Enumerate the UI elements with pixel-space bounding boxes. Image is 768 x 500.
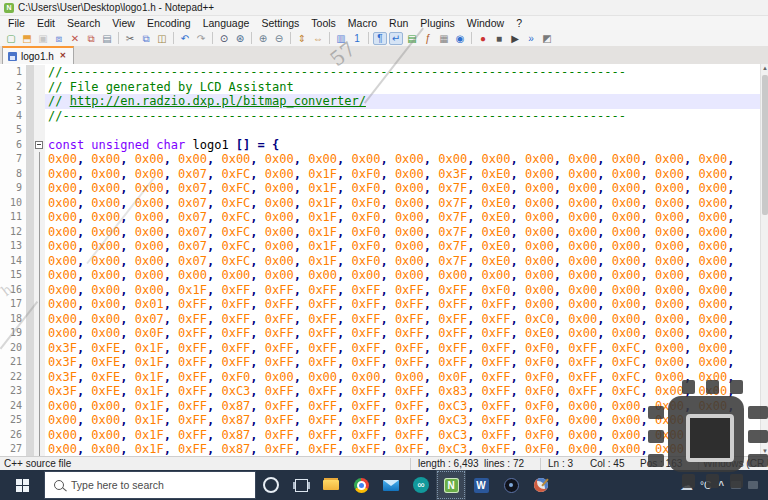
zoom-out-icon[interactable]: ⊖ [272,32,286,45]
code-line-5[interactable]: 5 [0,123,760,138]
task-view-taskbar-icon[interactable] [286,470,316,500]
code-line-6[interactable]: 6const unsigned char logo1 [] = { [0,138,760,153]
bookmark-margin[interactable] [26,196,34,211]
zoom-in-icon[interactable]: ⊕ [256,32,270,45]
sync-scroll-h-icon[interactable]: ⇔ [311,32,325,45]
code-line-17[interactable]: 170x00, 0x00, 0x01, 0xFF, 0xFF, 0xFF, 0x… [0,297,760,312]
bookmark-margin[interactable] [26,399,34,414]
bookmark-margin[interactable] [26,65,34,80]
code-line-22[interactable]: 220x3F, 0xFE, 0x1F, 0xFF, 0xF0, 0x00, 0x… [0,370,760,385]
bookmark-margin[interactable] [26,123,34,138]
menu-run[interactable]: Run [383,16,414,30]
bookmark-margin[interactable] [26,254,34,269]
menu-macro[interactable]: Macro [342,16,383,30]
scroll-down-icon[interactable]: ▼ [761,447,768,456]
code-line-23[interactable]: 230x3F, 0xFE, 0x1F, 0xFF, 0xC3, 0xFF, 0x… [0,384,760,399]
bookmark-margin[interactable] [26,428,34,443]
replace-icon[interactable]: ⊛ [233,32,247,45]
bookmark-margin[interactable] [26,225,34,240]
hidden-icons-chevron[interactable]: ^ [718,480,724,491]
code-line-15[interactable]: 150x00, 0x00, 0x00, 0x00, 0x00, 0x00, 0x… [0,268,760,283]
tab-close-icon[interactable]: ✕ [58,51,68,61]
undo-icon[interactable]: ↶ [178,32,192,45]
menu-file[interactable]: File [2,16,31,30]
word-wrap-icon[interactable]: ↵ [389,32,403,45]
bookmark-margin[interactable] [26,370,34,385]
tray-icon[interactable] [748,481,758,489]
chrome-taskbar-icon[interactable] [346,470,376,500]
bookmark-margin[interactable] [26,94,34,109]
code-line-27[interactable]: 270x00, 0x00, 0x1F, 0xFF, 0x87, 0xFF, 0x… [0,442,760,456]
word-taskbar-icon[interactable] [466,470,496,500]
close-all-icon[interactable]: ⧉ [84,32,98,45]
code-editor[interactable]: 1//-------------------------------------… [0,64,760,456]
doc-map-icon[interactable]: ▦ [437,32,451,45]
menu-edit[interactable]: Edit [31,16,61,30]
function-list-icon[interactable]: ƒ [421,32,435,45]
file-explorer-taskbar-icon[interactable] [316,470,346,500]
scrollbar-thumb[interactable] [762,75,768,215]
code-line-14[interactable]: 140x00, 0x00, 0x00, 0x07, 0xFC, 0x00, 0x… [0,254,760,269]
menu-language[interactable]: Language [197,16,256,30]
macro-run-multiple-icon[interactable]: » [524,32,538,45]
bookmark-margin[interactable] [26,283,34,298]
code-line-4[interactable]: 4//-------------------------------------… [0,109,760,124]
fold-collapse-icon[interactable] [35,141,43,149]
open-file-icon[interactable]: ⬒ [20,32,34,45]
bookmark-margin[interactable] [26,355,34,370]
bookmark-margin[interactable] [26,268,34,283]
menu-tools[interactable]: Tools [305,16,342,30]
bookmark-margin[interactable] [26,384,34,399]
bookmark-margin[interactable] [26,152,34,167]
code-line-24[interactable]: 240x00, 0x00, 0x1F, 0xFF, 0x87, 0xFF, 0x… [0,399,760,414]
taskbar-search[interactable]: Type here to search [44,471,256,499]
bookmark-margin[interactable] [26,167,34,182]
menu-help[interactable]: ? [510,16,528,30]
menu-search[interactable]: Search [61,16,106,30]
code-line-10[interactable]: 100x00, 0x00, 0x00, 0x07, 0xFC, 0x00, 0x… [0,196,760,211]
bookmark-margin[interactable] [26,109,34,124]
cortana-taskbar-icon[interactable] [256,470,286,500]
code-line-20[interactable]: 200x3F, 0xFE, 0x1F, 0xFF, 0xFF, 0xFF, 0x… [0,341,760,356]
arduino-taskbar-icon[interactable] [406,470,436,500]
close-file-icon[interactable]: ✕ [68,32,82,45]
notepad-plus-plus-taskbar-icon[interactable] [436,470,466,500]
save-file-icon[interactable]: ▣ [36,32,50,45]
macro-play-icon[interactable]: ▶ [508,32,522,45]
code-line-7[interactable]: 70x00, 0x00, 0x00, 0x00, 0x00, 0x00, 0x0… [0,152,760,167]
fold-margin[interactable] [34,138,45,153]
save-all-icon[interactable]: ⧈ [52,32,66,45]
code-line-1[interactable]: 1//-------------------------------------… [0,65,760,80]
paint-taskbar-icon[interactable] [526,470,556,500]
bookmark-margin[interactable] [26,239,34,254]
code-line-18[interactable]: 180x00, 0x00, 0x07, 0xFF, 0xFF, 0xFF, 0x… [0,312,760,327]
single-view-icon[interactable]: 1 [350,32,364,45]
doc-switcher-icon[interactable]: ◉ [453,32,467,45]
macro-stop-icon[interactable]: ■ [492,32,506,45]
bookmark-margin[interactable] [26,80,34,95]
code-line-19[interactable]: 190x00, 0x00, 0x0F, 0xFF, 0xFF, 0xFF, 0x… [0,326,760,341]
redo-icon[interactable]: ↷ [194,32,208,45]
code-line-16[interactable]: 160x00, 0x00, 0x00, 0x1F, 0xFF, 0xFF, 0x… [0,283,760,298]
tray-icon[interactable] [731,481,741,489]
bookmark-margin[interactable] [26,138,34,153]
code-line-26[interactable]: 260x00, 0x00, 0x1F, 0xFF, 0x87, 0xFF, 0x… [0,428,760,443]
bookmark-margin[interactable] [26,442,34,456]
photos-taskbar-icon[interactable] [496,470,526,500]
scroll-up-icon[interactable]: ▲ [761,64,768,73]
find-icon[interactable]: ⊙ [217,32,231,45]
bookmark-margin[interactable] [26,341,34,356]
weather-icon[interactable]: ☁ [680,478,693,493]
split-view-icon[interactable]: ▥ [334,32,348,45]
bookmark-margin[interactable] [26,210,34,225]
menu-view[interactable]: View [106,16,141,30]
code-line-13[interactable]: 130x00, 0x00, 0x00, 0x07, 0xFC, 0x00, 0x… [0,239,760,254]
tab-logo1-h[interactable]: logo1.h ✕ [2,46,74,64]
start-button[interactable] [0,470,44,500]
code-line-21[interactable]: 210x3F, 0xFE, 0x1F, 0xFF, 0xFF, 0xFF, 0x… [0,355,760,370]
menu-encoding[interactable]: Encoding [141,16,197,30]
macro-record-icon[interactable]: ● [476,32,490,45]
editor-scrollbar[interactable]: ▲ ▼ [760,64,768,456]
bookmark-margin[interactable] [26,181,34,196]
show-all-chars-icon[interactable]: ¶ [373,32,387,45]
